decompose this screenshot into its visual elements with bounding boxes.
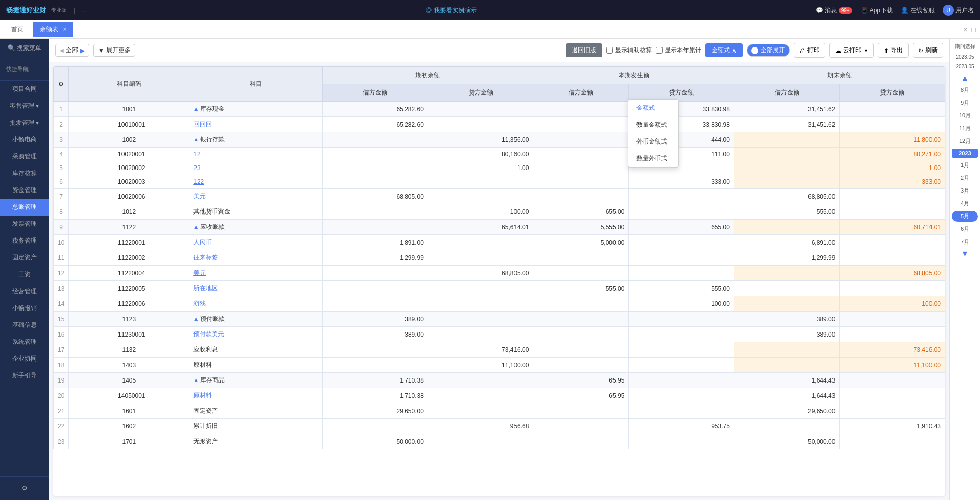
period-may[interactable]: 5月 <box>952 211 978 222</box>
return-old-btn[interactable]: 退回旧版 <box>566 43 602 57</box>
expand-more-label: 展开更多 <box>106 46 131 55</box>
sidebar-item-ops[interactable]: 经营管理 <box>0 283 49 300</box>
period-feb[interactable]: 2月 <box>952 173 978 183</box>
sidebar-item-guide[interactable]: 新手引导 <box>0 367 49 384</box>
period-jun[interactable]: 6月 <box>952 224 978 234</box>
table-row <box>734 342 840 358</box>
period-down-btn[interactable]: ▼ <box>961 249 969 258</box>
table-row: 11220006 <box>69 296 189 312</box>
table-row: 14 <box>54 296 69 312</box>
sidebar-item-ledger[interactable]: 总账管理 <box>0 199 49 216</box>
support-btn[interactable]: 👤 在线客服 <box>901 6 935 15</box>
messages-btn[interactable]: 💬 消息 99+ <box>816 6 852 15</box>
table-row: 122 <box>189 175 323 189</box>
sidebar-item-inventory[interactable]: 库存核算 <box>0 165 49 182</box>
period-up-btn[interactable]: ▲ <box>961 74 969 83</box>
sidebar-item-reports[interactable]: 小畅报销 <box>0 300 49 317</box>
sidebar-item-tax[interactable]: 税务管理 <box>0 232 49 249</box>
table-row: 11 <box>54 250 69 266</box>
table-row <box>629 250 734 266</box>
sidebar-item-wholesale[interactable]: 批发管理 ▼ <box>0 114 49 131</box>
dropdown-item-amount[interactable]: 金额式 <box>628 100 678 116</box>
print-label: 打印 <box>807 46 820 55</box>
dropdown-item-qty-foreign[interactable]: 数量外币式 <box>628 150 678 167</box>
sidebar-item-invoice[interactable]: 发票管理 <box>0 216 49 232</box>
table-row: 65.95 <box>533 373 629 388</box>
table-row: 68,805.00 <box>734 189 840 204</box>
show-auxiliary-checkbox[interactable] <box>606 47 613 54</box>
table-row <box>734 419 840 434</box>
main-layout: 🔍 搜索菜单 快捷导航 项目合同 零售管理 ▼ 批发管理 ▼ 小畅电商 采购管理… <box>0 39 980 500</box>
period-year-2023[interactable]: 2023 <box>952 149 978 158</box>
table-row: 其他货币资金 <box>189 204 323 220</box>
table-row <box>629 434 734 449</box>
print-btn[interactable]: 🖨 打印 <box>794 43 825 58</box>
period-mar[interactable]: 3月 <box>952 185 978 196</box>
expand-all-toggle[interactable]: 全部展开 <box>747 44 790 57</box>
sidebar-item-assets[interactable]: 固定资产 <box>0 249 49 266</box>
window-maximize-btn[interactable]: □ <box>972 26 976 34</box>
period-dec[interactable]: 12月 <box>952 136 978 147</box>
table-row <box>323 281 428 296</box>
sidebar-settings-btn[interactable]: ⚙ <box>0 481 49 496</box>
dropdown-item-foreign-amount[interactable]: 外币金额式 <box>628 133 678 150</box>
period-aug[interactable]: 8月 <box>952 85 978 96</box>
tab-balance[interactable]: 余额表 × <box>33 22 74 37</box>
dropdown-item-qty-amount[interactable]: 数量金额式 <box>628 116 678 133</box>
sidebar-search[interactable]: 🔍 搜索菜单 <box>0 39 49 58</box>
table-row <box>323 358 428 373</box>
right-panel: 期间选择 2023.05 2023.05 ▲ 8月 9月 10月 11月 12月… <box>949 39 980 500</box>
table-row <box>533 161 629 175</box>
tab-bar: 首页 余额表 × × □ <box>0 20 980 39</box>
period-jul[interactable]: 7月 <box>952 236 978 247</box>
balance-table: ⚙ 科目编码 科目 期初余额 本期发生额 期末余额 借方金额 贷方金额 借方金额… <box>53 66 945 449</box>
period-nov[interactable]: 11月 <box>952 123 978 134</box>
table-row <box>323 175 428 189</box>
table-row: 1001 <box>69 102 189 117</box>
sidebar-item-retail[interactable]: 零售管理 ▼ <box>0 98 49 114</box>
sidebar-item-capital[interactable]: 资金管理 <box>0 182 49 199</box>
table-row <box>840 281 945 296</box>
sidebar-item-salary[interactable]: 工资 <box>0 266 49 283</box>
table-row <box>428 327 533 342</box>
user-btn[interactable]: U 用户名 <box>943 5 974 16</box>
breadcrumb-all-btn[interactable]: ◀ 全部 ▶ <box>55 44 89 57</box>
tab-close-btn[interactable]: × <box>63 26 66 33</box>
sidebar-item-coop[interactable]: 企业协同 <box>0 350 49 367</box>
table-row: 1701 <box>69 434 189 449</box>
content-area: ◀ 全部 ▶ ▼ 展开更多 退回旧版 显示辅助核算 显示本年累计 <box>49 39 949 500</box>
table-row: 1002 <box>69 132 189 148</box>
table-row: 19 <box>54 373 69 388</box>
amount-type-btn[interactable]: 金额式 ∧ <box>705 43 743 57</box>
sidebar-item-ecommerce[interactable]: 小畅电商 <box>0 131 49 148</box>
period-oct[interactable]: 10月 <box>952 110 978 121</box>
period-sep[interactable]: 9月 <box>952 98 978 108</box>
sidebar: 🔍 搜索菜单 快捷导航 项目合同 零售管理 ▼ 批发管理 ▼ 小畅电商 采购管理… <box>0 39 49 500</box>
period-apr[interactable]: 4月 <box>952 198 978 209</box>
sidebar-item-purchase[interactable]: 采购管理 <box>0 148 49 165</box>
settings-col-header[interactable]: ⚙ <box>54 67 69 102</box>
table-row: 11,800.00 <box>840 132 945 148</box>
table-row: 15 <box>54 312 69 327</box>
sidebar-item-project[interactable]: 项目合同 <box>0 81 49 98</box>
tab-home[interactable]: 首页 <box>4 22 31 37</box>
download-icon: 📱 <box>861 7 868 14</box>
cloud-print-btn[interactable]: ☁ 云打印 ▼ <box>829 43 874 58</box>
export-btn[interactable]: ⬆ 导出 <box>878 43 909 58</box>
window-close-btn[interactable]: × <box>963 26 967 34</box>
sidebar-item-ledger-label: 总账管理 <box>12 203 37 211</box>
table-row: 333.00 <box>629 175 734 189</box>
period-jan[interactable]: 1月 <box>952 160 978 171</box>
sidebar-item-basic[interactable]: 基础信息 <box>0 317 49 334</box>
demo-link[interactable]: ◎ 我要看实例演示 <box>426 6 476 15</box>
table-row: 23 <box>189 161 323 175</box>
period-label: 期间选择 <box>955 43 975 50</box>
download-btn[interactable]: 📱 App下载 <box>861 6 893 15</box>
show-annual-checkbox[interactable] <box>656 47 663 54</box>
table-row <box>428 296 533 312</box>
table-row: 5,000.00 <box>533 235 629 250</box>
refresh-btn[interactable]: ↻ 刷新 <box>913 43 943 58</box>
table-row: 29,650.00 <box>734 403 840 419</box>
expand-more-btn[interactable]: ▼ 展开更多 <box>93 44 135 57</box>
sidebar-item-system[interactable]: 系统管理 <box>0 334 49 350</box>
